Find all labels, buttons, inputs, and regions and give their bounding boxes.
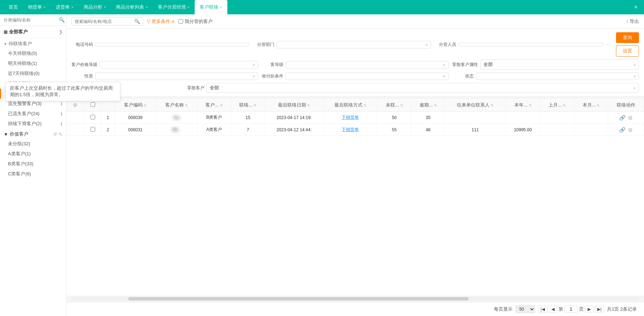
sidebar-item-today-contact[interactable]: 今天待联络(0) xyxy=(0,48,66,58)
col-this-month[interactable]: 本月...⇅ xyxy=(574,99,608,112)
more-conditions-btn[interactable]: ▽ 更多条件 ∧ xyxy=(147,18,175,25)
row-last-method[interactable]: 下销货单 xyxy=(323,124,377,136)
row-checkbox-0[interactable] xyxy=(91,115,95,119)
manager-input[interactable] xyxy=(458,43,603,46)
row-action: 🔗 ⊞ xyxy=(608,112,644,124)
close-purchase-order[interactable]: × xyxy=(71,5,73,9)
tab-purchase-order[interactable]: 进货单 × xyxy=(51,0,78,14)
filter-field-manager: 分管人员 ··· xyxy=(435,42,612,48)
my-customers-checkbox[interactable] xyxy=(179,19,183,24)
filter-row-4: 客户类型 ··· 零散客户 全部 ∨ xyxy=(71,83,639,93)
status-select[interactable]: ∨ xyxy=(476,72,639,80)
row-checkbox-1[interactable] xyxy=(91,127,95,132)
retail-attr-select[interactable]: 全部 ∨ xyxy=(480,60,639,70)
filter-icon: ▽ xyxy=(147,19,150,24)
action-buttons: 查询 设置 xyxy=(616,32,639,57)
department-select[interactable]: ∨ xyxy=(277,41,431,48)
phone-input[interactable] xyxy=(95,43,249,46)
col-last-contact-date[interactable]: 最后联络日期⇅ xyxy=(265,99,323,112)
tab-sales-order[interactable]: 销货单 × xyxy=(23,0,51,14)
row-last-month xyxy=(540,112,574,124)
row-contact-person: 111 xyxy=(445,124,505,136)
col-last-month[interactable]: 上月...⇅ xyxy=(540,99,574,112)
sort-icon-not: ⇅ xyxy=(400,103,403,107)
col-last-contact-method[interactable]: 最后联络方式⇅ xyxy=(323,99,377,112)
close-product-analysis[interactable]: × xyxy=(104,5,106,9)
export-button[interactable]: ↑ 导出 xyxy=(626,18,639,25)
customer-level-chevron: ∨ xyxy=(443,63,445,67)
col-customer-name[interactable]: 客户名称⇅ xyxy=(156,99,197,112)
sidebar-item-tomorrow-contact[interactable]: 明天待联络(1) xyxy=(0,58,66,69)
row-name: Ea xyxy=(156,112,197,124)
row-this-year: 10995.00 xyxy=(505,124,540,136)
row-action-link-icon[interactable]: 🔗 xyxy=(619,127,625,133)
retail-customer-chevron: ∨ xyxy=(633,86,636,90)
col-not-contact[interactable]: 未联...⇅ xyxy=(377,99,411,112)
tab-product-analysis[interactable]: 商品分析 × xyxy=(79,0,111,14)
sidebar-item-ungrouped[interactable]: 未分组(32) xyxy=(0,139,66,149)
last-page-btn[interactable]: ▶| xyxy=(595,306,604,313)
row-last-method[interactable]: 下销货单 xyxy=(323,112,377,124)
all-customers-header[interactable]: ⊞ 全部客户 ❯ xyxy=(0,26,66,38)
sort-icon-contact: ⇅ xyxy=(254,103,256,107)
sort-icon-thismonth: ⇅ xyxy=(597,103,599,107)
row-type: B类客户 xyxy=(197,112,231,124)
row-action-grid-icon[interactable]: ⊞ xyxy=(628,115,633,121)
col-customer-type[interactable]: 客户...⇅ xyxy=(197,99,231,112)
page-number-input[interactable] xyxy=(565,306,578,313)
select-all-checkbox[interactable] xyxy=(91,102,95,107)
tab-customer-segment[interactable]: 客户分层经营 × xyxy=(153,0,195,14)
query-button[interactable]: 查询 xyxy=(616,32,639,43)
sidebar-item-lost[interactable]: 已流失客户(24) ℹ xyxy=(0,109,66,119)
sidebar-item-a-class[interactable]: A类客户(1) xyxy=(0,149,66,159)
row-last-month xyxy=(540,124,574,136)
gender-chevron: ∨ xyxy=(252,74,255,78)
col-overdue[interactable]: 逾期...⇅ xyxy=(411,99,445,112)
edit-icon[interactable]: ✎ xyxy=(59,132,62,137)
table-settings-icon[interactable]: ⚙ xyxy=(73,102,78,108)
sidebar-item-7days-contact[interactable]: 近7天待联络(0) xyxy=(0,69,66,79)
horizontal-scrollbar[interactable] xyxy=(71,297,639,301)
retail-customer-select[interactable]: 全部 ∨ xyxy=(207,83,639,93)
row-checkbox-cell xyxy=(84,124,101,136)
refresh-icon[interactable]: ↺ xyxy=(53,132,57,137)
sort-icon-method: ⇅ xyxy=(363,103,366,107)
window-close-button[interactable]: × xyxy=(631,4,640,10)
close-customer-contact[interactable]: × xyxy=(220,5,222,9)
prev-page-btn[interactable]: ◀ xyxy=(549,306,557,313)
settings-button[interactable]: 设置 xyxy=(616,45,639,57)
payment-select[interactable]: ∨ xyxy=(286,72,449,80)
price-level-select[interactable]: ∨ xyxy=(99,61,258,69)
chevron-up-icon: ∧ xyxy=(171,19,175,24)
close-customer-segment[interactable]: × xyxy=(187,5,190,9)
next-page-btn[interactable]: ▶ xyxy=(585,306,593,313)
tab-home[interactable]: 首页 xyxy=(4,0,23,14)
row-this-month xyxy=(574,112,608,124)
manager-dots-btn[interactable]: ··· xyxy=(605,42,612,47)
col-customer-code[interactable]: 客户编码⇅ xyxy=(115,99,156,112)
row-action-link-icon[interactable]: 🔗 xyxy=(619,115,625,121)
col-this-year[interactable]: 本年...⇅ xyxy=(505,99,540,112)
customer-level-select[interactable]: ∨ xyxy=(286,61,449,69)
info-icon2: ℹ xyxy=(61,101,62,107)
gender-select[interactable]: ∨ xyxy=(95,72,258,80)
waiting-contact-group: ▼ 待联络客户 xyxy=(0,38,66,48)
sidebar-item-declining[interactable]: 持续下滑客户(2) ℹ xyxy=(0,119,66,129)
sidebar-item-c-class[interactable]: C类客户(6) xyxy=(0,169,66,179)
scroll-thumb[interactable] xyxy=(128,297,469,301)
row-contact-count: 15 xyxy=(231,112,265,124)
per-page-select[interactable]: 50 100 200 xyxy=(515,305,535,313)
tab-customer-contact[interactable]: 客户联络 × xyxy=(195,0,227,14)
row-action-grid-icon[interactable]: ⊞ xyxy=(628,127,633,133)
tab-product-analysis-list[interactable]: 商品分析列表 × xyxy=(111,0,153,14)
search-input[interactable] xyxy=(75,19,133,24)
close-sales-order[interactable]: × xyxy=(43,5,46,9)
close-product-analysis-list[interactable]: × xyxy=(145,5,148,9)
sidebar-item-b-class[interactable]: B类客户(33) xyxy=(0,159,66,169)
col-contact[interactable]: 联络...⇅ xyxy=(231,99,265,112)
col-contact-person[interactable]: 往来单位联系人⇅ xyxy=(445,99,505,112)
row-contact-count: 7 xyxy=(231,124,265,136)
sidebar-search-input[interactable] xyxy=(4,18,57,23)
first-page-btn[interactable]: |◀ xyxy=(538,306,547,313)
sort-icon-overdue: ⇅ xyxy=(434,103,437,107)
